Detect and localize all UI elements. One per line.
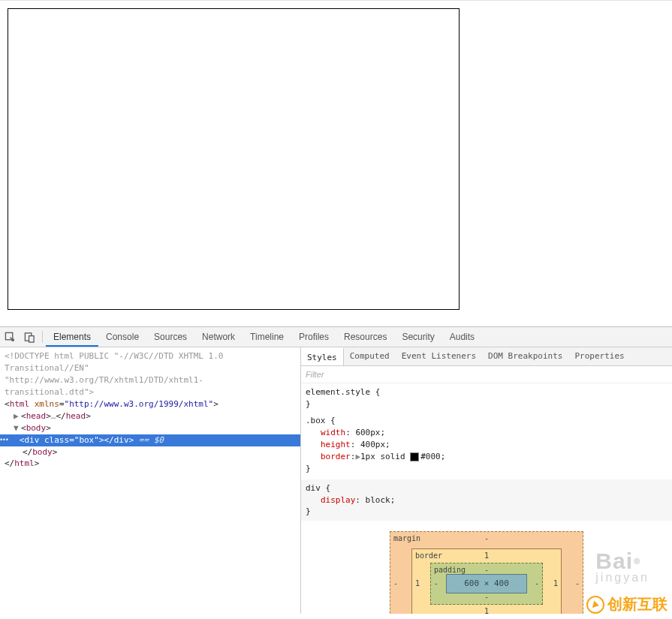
devtools-split: <!DOCTYPE html PUBLIC "-//W3C//DTD XHTML…: [0, 347, 672, 614]
padding-left: -: [434, 578, 438, 590]
prop-color: #000;: [420, 452, 445, 461]
css-declaration[interactable]: width: 600px;: [306, 427, 667, 439]
eq-dollar-zero: == $0: [134, 435, 164, 445]
html-open[interactable]: <html xmlns="http://www.w3.org/1999/xhtm…: [5, 398, 296, 410]
css-declaration[interactable]: display: block;: [306, 494, 667, 506]
page-preview: [0, 0, 672, 326]
css-declaration[interactable]: height: 400px;: [306, 439, 667, 451]
padding-right: -: [535, 578, 539, 590]
selected-class-value: box: [79, 435, 94, 445]
margin-top: -: [484, 533, 489, 545]
xmlns-value: http://www.w3.org/1999/xhtml: [69, 399, 208, 409]
doctype-line: "http://www.w3.org/TR/xhtml1/DTD/xhtml1-: [5, 374, 296, 386]
styles-filter[interactable]: Filter: [301, 366, 672, 383]
body-open[interactable]: ▼<body>: [5, 422, 296, 434]
dom-tree[interactable]: <!DOCTYPE html PUBLIC "-//W3C//DTD XHTML…: [0, 347, 301, 614]
prop-value: 400px;: [360, 440, 390, 449]
tab-timeline[interactable]: Timeline: [243, 327, 291, 347]
tab-elements[interactable]: Elements: [46, 327, 98, 347]
selector-text: div {: [306, 482, 667, 494]
margin-label: margin: [393, 533, 420, 545]
margin-right: -: [575, 578, 580, 590]
tab-properties[interactable]: Properties: [568, 347, 630, 365]
border-bottom: 1: [484, 606, 489, 614]
tab-computed[interactable]: Computed: [344, 347, 396, 365]
element-style-rule[interactable]: element.style { }: [306, 386, 667, 410]
border-label: border: [415, 551, 442, 562]
tab-styles[interactable]: Styles: [301, 347, 344, 365]
body-close[interactable]: </body>: [5, 446, 296, 458]
toolbar-divider: [42, 331, 43, 343]
prop-value: 600px;: [355, 428, 385, 437]
tab-dom-breakpoints[interactable]: DOM Breakpoints: [482, 347, 568, 365]
styles-tabs: Styles Computed Event Listeners DOM Brea…: [301, 347, 672, 366]
margin-left: -: [393, 578, 398, 590]
tab-sources[interactable]: Sources: [146, 327, 194, 347]
box-model-diagram[interactable]: margin - - - - border 1 1 1 1 padding: [306, 521, 667, 614]
devtools-toolbar: Elements Console Sources Network Timelin…: [0, 327, 672, 347]
styles-pane: Styles Computed Event Listeners DOM Brea…: [301, 347, 672, 614]
prop-name: border: [321, 452, 351, 461]
content-size: 600 × 400: [446, 574, 527, 593]
tab-audits[interactable]: Audits: [442, 327, 482, 347]
doctype-line: <!DOCTYPE html PUBLIC "-//W3C//DTD XHTML…: [5, 350, 296, 362]
head-node[interactable]: ▶<head>…</head>: [5, 410, 296, 422]
head-ellipsis: …: [51, 411, 56, 421]
prop-name: width: [321, 428, 345, 437]
html-close[interactable]: </html>: [5, 458, 296, 470]
style-rules: element.style { } .box { width: 600px; h…: [301, 383, 672, 614]
prop-name: height: [321, 440, 351, 449]
selector-text: element.style {: [306, 386, 667, 398]
prop-value: 1px solid: [360, 452, 410, 461]
css-declaration[interactable]: border:▶1px solid #000;: [306, 451, 667, 463]
border-right: 1: [553, 578, 558, 590]
svg-rect-2: [29, 335, 34, 341]
box-element[interactable]: [8, 8, 460, 310]
element-picker-icon[interactable]: [0, 327, 20, 347]
prop-name: display: [321, 495, 355, 505]
doctype-line: transitional.dtd">: [5, 386, 296, 398]
border-top: 1: [484, 551, 489, 562]
tab-network[interactable]: Network: [194, 327, 243, 347]
devtools-tabs: Elements Console Sources Network Timelin…: [46, 327, 482, 347]
tab-console[interactable]: Console: [98, 327, 146, 347]
device-toggle-icon[interactable]: [20, 327, 39, 347]
prop-value: block;: [366, 495, 396, 505]
tab-resources[interactable]: Resources: [336, 327, 394, 347]
selected-div[interactable]: <div class="box"></div> == $0: [0, 434, 300, 446]
devtools-panel: Elements Console Sources Network Timelin…: [0, 326, 672, 614]
tab-security[interactable]: Security: [394, 327, 441, 347]
box-rule[interactable]: .box { width: 600px; height: 400px; bord…: [306, 415, 667, 475]
div-rule[interactable]: div { display: block; }: [301, 479, 672, 521]
border-left: 1: [415, 578, 420, 590]
selector-text: .box {: [306, 415, 667, 427]
doctype-line: Transitional//EN": [5, 362, 296, 374]
color-swatch-icon[interactable]: [410, 452, 419, 461]
tab-profiles[interactable]: Profiles: [291, 327, 336, 347]
tab-event-listeners[interactable]: Event Listeners: [396, 347, 482, 365]
